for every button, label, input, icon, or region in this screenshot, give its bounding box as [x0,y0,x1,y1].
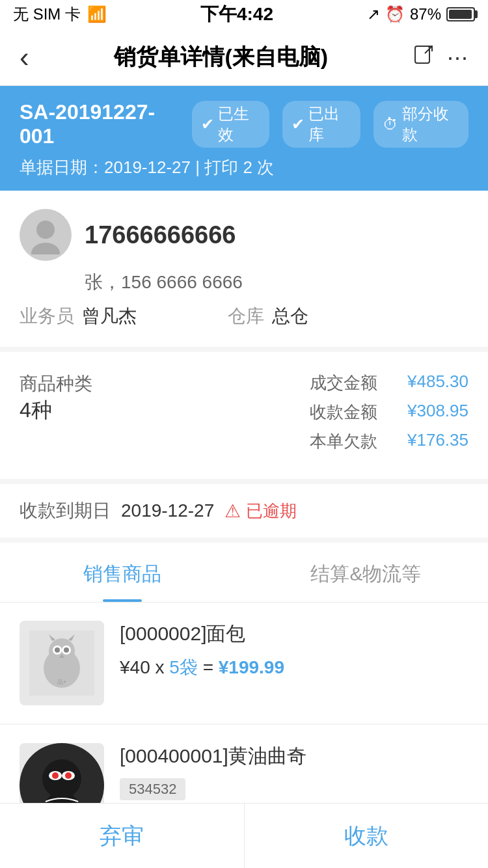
product-card-1: 品+ [0000002]面包 ¥40 x 5袋 = ¥199.99 [0,603,488,724]
customer-phone: 张，156 6666 6666 [20,270,468,295]
tab-products[interactable]: 销售商品 [0,543,244,602]
owed-label: 本单欠款 [310,430,377,453]
amount-block: 成交金额 ¥485.30 收款金额 ¥308.95 本单欠款 ¥176.35 [310,372,468,459]
status-left: 无 SIM 卡 📶 [13,4,107,25]
status-right: ↗ ⏰ 87% [367,5,475,23]
svg-point-10 [55,647,60,653]
share-button[interactable] [413,44,434,70]
status-badge-shipped: ✔ 已出库 [282,101,360,148]
clock-icon: ⏱ [383,115,398,133]
product-info-1: [0000002]面包 ¥40 x 5袋 = ¥199.99 [120,621,468,680]
check-icon-1: ✔ [201,115,214,133]
page-title: 销货单详情(来自电脑) [114,42,328,72]
warehouse-value: 总仓 [272,304,308,329]
svg-point-2 [31,243,60,254]
order-id-row: SA-20191227-001 ✔ 已生效 ✔ 已出库 ⏱ 部分收款 [20,100,468,148]
wifi-icon: 📶 [87,5,107,23]
cancel-button[interactable]: 弃审 [0,804,245,868]
overdue-label: 已逾期 [246,500,297,522]
status-time: 下午4:42 [200,2,273,27]
carrier-text: 无 SIM 卡 [13,4,81,25]
status-bar: 无 SIM 卡 📶 下午4:42 ↗ ⏰ 87% [0,0,488,29]
svg-rect-0 [415,46,429,63]
product-image-1: 品+ [20,621,104,705]
check-icon-2: ✔ [291,115,305,133]
avatar [20,209,72,261]
svg-point-1 [36,221,55,239]
status-badge-partial: ⏱ 部分收款 [373,101,468,148]
back-button[interactable]: ‹ [20,41,29,74]
overdue-icon: ⚠ [224,500,241,522]
received-row: 收款金额 ¥308.95 [310,401,468,424]
product-price-1: ¥40 x 5袋 = ¥199.99 [120,655,468,680]
customer-meta-row: 业务员 曾凡杰 仓库 总仓 [20,304,468,329]
product-name-2: [000400001]黄油曲奇 [120,743,468,770]
battery-percent: 87% [410,5,441,23]
nav-bar: ‹ 销货单详情(来自电脑) ··· [0,29,488,86]
product-name-1: [0000002]面包 [120,621,468,647]
nav-actions: ··· [413,44,468,71]
customer-id: 17666666666 [85,221,236,249]
product-total-1: ¥199.99 [219,657,284,677]
bottom-bar: 弃审 收款 [0,803,488,868]
summary-grid: 商品种类 4种 成交金额 ¥485.30 收款金额 ¥308.95 本单欠款 ¥… [20,372,468,459]
order-date-row: 单据日期：2019-12-27 | 打印 2 次 [20,156,468,179]
sales-person: 曾凡杰 [82,304,137,329]
due-date-value: 2019-12-27 [121,500,214,521]
amount-row: 成交金额 ¥485.30 [310,372,468,394]
confirm-button[interactable]: 收款 [245,804,489,868]
svg-point-19 [65,772,72,779]
product-sku-2: 534532 [120,778,185,800]
svg-point-11 [64,647,69,653]
order-id: SA-20191227-001 [20,100,179,148]
product-type-count: 4种 [20,396,92,425]
owed-value: ¥176.35 [390,430,468,453]
sales-label: 业务员 [20,304,74,329]
location-icon: ↗ [367,5,380,23]
product-type-label: 商品种类 [20,372,92,396]
summary-section: 商品种类 4种 成交金额 ¥485.30 收款金额 ¥308.95 本单欠款 ¥… [0,352,488,484]
amount-label: 成交金额 [310,372,377,394]
order-header-banner: SA-20191227-001 ✔ 已生效 ✔ 已出库 ⏱ 部分收款 单据日期：… [0,86,488,191]
more-button[interactable]: ··· [447,44,468,71]
tab-bar: 销售商品 结算&物流等 [0,543,488,603]
warehouse-label: 仓库 [228,304,264,329]
svg-text:品+: 品+ [57,679,66,685]
due-date-section: 收款到期日 2019-12-27 ⚠ 已逾期 [0,484,488,543]
status-badge-effected: ✔ 已生效 [192,101,270,148]
received-label: 收款金额 [310,401,377,424]
amount-value: ¥485.30 [390,372,468,394]
due-date-label: 收款到期日 [20,498,111,523]
product-type-block: 商品种类 4种 [20,372,92,425]
customer-top-row: 17666666666 [20,209,468,261]
tab-settlement[interactable]: 结算&物流等 [244,543,488,602]
owed-row: 本单欠款 ¥176.35 [310,430,468,453]
alarm-icon: ⏰ [385,5,405,23]
customer-section: 17666666666 张，156 6666 6666 业务员 曾凡杰 仓库 总… [0,191,488,352]
svg-point-18 [52,772,59,779]
received-value: ¥308.95 [390,401,468,424]
product-qty-1: 5袋 [169,657,198,677]
battery-icon [446,7,475,21]
overdue-badge: ⚠ 已逾期 [224,500,297,522]
svg-point-5 [49,638,75,664]
